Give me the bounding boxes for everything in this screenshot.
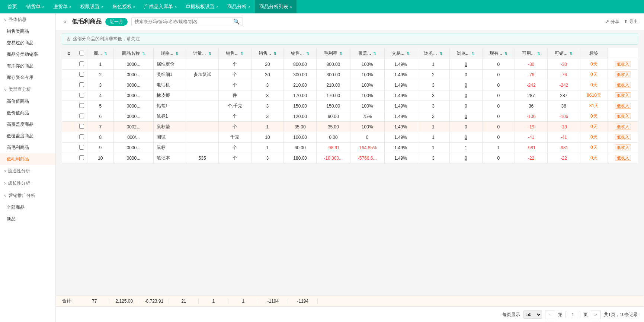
footer-available: -1194: [288, 299, 318, 304]
sort-current-stock[interactable]: ⇅: [504, 51, 507, 55]
sidebar-group-marketing[interactable]: ∨ 营销推广分析: [0, 189, 55, 202]
close-icon-analysis[interactable]: ×: [248, 5, 250, 9]
sidebar-group-cluster[interactable]: ∨ 类群查分析: [0, 83, 55, 96]
search-icon[interactable]: 🔍: [233, 19, 240, 25]
search-input[interactable]: [135, 19, 233, 24]
table-row: 7 0002... 鼠标垫 个 1 35.00 35.00 100% 1.49%…: [62, 122, 638, 132]
row-settings: [62, 122, 76, 132]
prev-page-button[interactable]: ＜: [545, 310, 555, 319]
sidebar-item-low-value[interactable]: 低价值商品: [0, 107, 55, 119]
sort-sales-price[interactable]: ⇅: [273, 51, 276, 55]
nav-item-purchase[interactable]: 进货单 ×: [49, 0, 76, 13]
sidebar-item-high-value[interactable]: 高价值商品: [0, 96, 55, 107]
row-checkbox[interactable]: [76, 153, 87, 163]
row-checkbox[interactable]: [76, 80, 87, 90]
filter-recent-button[interactable]: 近一月: [105, 18, 128, 26]
nav-item-home[interactable]: 首页: [3, 0, 22, 13]
sidebar-item-high-coverage[interactable]: 高覆盖度商品: [0, 119, 55, 130]
col-settings[interactable]: ⚙: [62, 48, 76, 59]
col-checkbox-all[interactable]: [76, 48, 87, 59]
nav-item-analysis-list[interactable]: 商品分析列表 ×: [255, 0, 297, 13]
sidebar-item-low-margin[interactable]: 低毛利商品: [0, 153, 55, 165]
nav-item-roles[interactable]: 角色授权 ×: [108, 0, 140, 13]
close-icon-roles[interactable]: ×: [133, 5, 135, 9]
share-button[interactable]: ↗ 分享: [605, 19, 619, 25]
row-checkbox[interactable]: [76, 143, 87, 153]
nav-item-template[interactable]: 单据模板设置 ×: [181, 0, 223, 13]
row-checkbox[interactable]: [76, 132, 87, 143]
sort-sales-qty[interactable]: ⇅: [241, 51, 244, 55]
row-checkbox[interactable]: [76, 59, 87, 70]
close-icon-permissions[interactable]: ×: [101, 5, 103, 9]
row-code: 0000...: [114, 80, 153, 90]
footer-current-stock: -1194: [258, 299, 288, 304]
footer-label: 合计:: [62, 298, 72, 304]
row-coverage: 1.49%: [384, 143, 417, 153]
close-icon-template[interactable]: ×: [216, 5, 218, 9]
sort-transaction[interactable]: ⇅: [407, 51, 410, 55]
row-checkbox[interactable]: [76, 70, 87, 80]
row-sellable: 0天: [580, 143, 608, 153]
close-icon-purchase[interactable]: ×: [69, 5, 71, 9]
row-checkbox[interactable]: [76, 111, 87, 122]
close-icon-sales[interactable]: ×: [42, 5, 44, 9]
row-checkbox[interactable]: [76, 122, 87, 132]
sort-unit[interactable]: ⇅: [208, 51, 211, 55]
chevron-right-icon-flow: >: [4, 169, 6, 174]
col-code: 商... ⇅: [87, 48, 114, 59]
sort-sellable[interactable]: ⇅: [570, 51, 573, 55]
sort-browse1[interactable]: ⇅: [439, 51, 442, 55]
nav-item-permissions[interactable]: 权限设置 ×: [76, 0, 108, 13]
row-checkbox[interactable]: [76, 101, 87, 111]
close-icon-analysis-list[interactable]: ×: [290, 5, 292, 9]
sidebar-item-in-stock[interactable]: 有库存的商品: [0, 60, 55, 72]
sidebar-item-category-rate[interactable]: 商品分类助销率: [0, 49, 55, 60]
sort-sales-amount[interactable]: ⇅: [306, 51, 309, 55]
row-tag: 低收入: [608, 90, 638, 101]
page-number-input[interactable]: [565, 311, 580, 318]
sort-code[interactable]: ⇅: [104, 51, 107, 55]
export-button[interactable]: ⬆ 导出: [624, 19, 638, 25]
footer-browse2: 1: [228, 299, 258, 304]
sort-gross-rate[interactable]: ⇅: [340, 51, 343, 55]
nav-item-sales[interactable]: 销货单 ×: [22, 0, 49, 13]
row-current-stock: -242: [515, 80, 548, 90]
col-tag: 标签: [580, 48, 608, 59]
sort-spec[interactable]: ⇅: [176, 51, 179, 55]
sidebar-item-high-margin[interactable]: 高毛利商品: [0, 142, 55, 153]
row-settings: [62, 70, 76, 80]
nav-item-analysis[interactable]: 商品分析 ×: [223, 0, 255, 13]
col-sales-qty: 销售... ⇅: [218, 48, 251, 59]
sort-name[interactable]: ⇅: [142, 51, 145, 55]
per-page-select[interactable]: 50 100 200: [523, 310, 542, 319]
sidebar-item-traded-goods[interactable]: 交易过的商品: [0, 37, 55, 49]
sidebar-group-overview[interactable]: ∨ 整体信息: [0, 13, 55, 26]
select-all-checkbox[interactable]: [79, 51, 84, 55]
sidebar-item-low-coverage[interactable]: 低覆盖度商品: [0, 130, 55, 142]
sidebar-item-sales-goods[interactable]: 销售类商品: [0, 26, 55, 37]
row-sales-amount: 300.00: [316, 70, 350, 80]
sort-coverage[interactable]: ⇅: [373, 51, 376, 55]
row-checkbox[interactable]: [76, 90, 87, 101]
row-browse1: 0: [449, 101, 482, 111]
sidebar-group-flow[interactable]: > 流通性分析: [0, 165, 55, 177]
row-current-stock: -22: [515, 153, 548, 163]
sidebar-item-all-goods[interactable]: 全部商品: [0, 202, 55, 213]
table-container[interactable]: ⚙ 商... ⇅ 商品名称 ⇅ 规格... ⇅ 计量... ⇅ 销售... ⇅ …: [56, 48, 644, 295]
close-icon-product-in[interactable]: ×: [174, 5, 177, 9]
table-row: 8 000/... 测试 千克 10 100.00 0.00 0 1.49% 1…: [62, 132, 638, 143]
collapse-sidebar-button[interactable]: «: [62, 18, 68, 25]
row-name: 吴细细1: [153, 70, 186, 80]
row-sales-amount: 800.00: [316, 59, 350, 70]
next-page-button[interactable]: ＞: [591, 310, 601, 319]
sidebar-item-new-goods[interactable]: 新品: [0, 213, 55, 225]
row-code: 0000...: [114, 153, 153, 163]
sort-browse2[interactable]: ⇅: [472, 51, 475, 55]
row-unit: 个: [218, 80, 251, 90]
sort-available[interactable]: ⇅: [537, 51, 540, 55]
sidebar-group-growth[interactable]: > 成长性分析: [0, 177, 55, 189]
sidebar-item-inventory-capital[interactable]: 库存资金占用: [0, 72, 55, 83]
nav-item-product-in[interactable]: 产成品入库单 ×: [140, 0, 181, 13]
row-num: 10: [87, 153, 114, 163]
row-sales-price: 35.00: [284, 122, 317, 132]
